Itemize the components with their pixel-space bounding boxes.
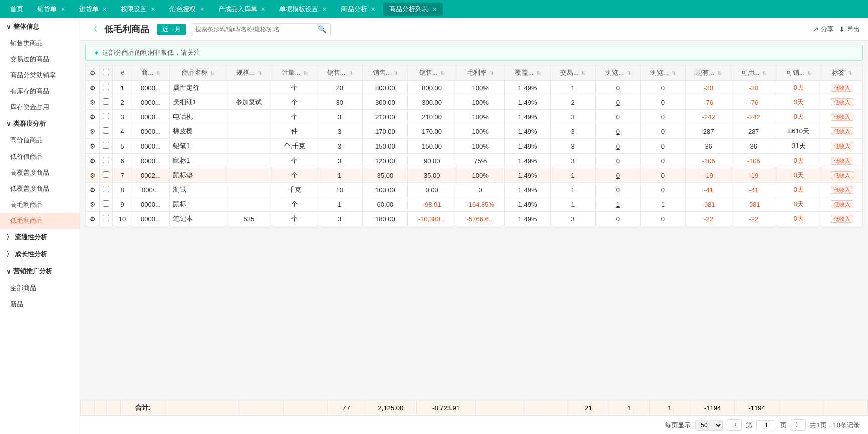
export-btn[interactable]: ⬇ 导出	[839, 25, 860, 34]
col-tag[interactable]: 标签 ⇅	[821, 65, 863, 81]
header-actions: ↗ 分享 ⬇ 导出	[813, 25, 860, 34]
sidebar-item-low-margin[interactable]: 低毛利商品	[0, 213, 80, 229]
col-gear[interactable]: ⚙	[86, 65, 100, 81]
close-product-entry-icon[interactable]: ✕	[261, 6, 265, 12]
col-stock[interactable]: 现有... ⇅	[686, 65, 731, 81]
nav-product-analysis-list[interactable]: 商品分析列表 ✕	[383, 3, 443, 16]
close-template-settings-icon[interactable]: ✕	[322, 6, 327, 12]
row-spec	[226, 154, 272, 168]
sidebar-group-growth[interactable]: 〉 成长性分析	[0, 246, 80, 263]
sidebar-item-low-value[interactable]: 低价值商品	[0, 149, 80, 165]
col-spec[interactable]: 规格... ⇅	[226, 65, 272, 81]
nav-template-settings[interactable]: 单据模板设置 ✕	[273, 3, 333, 16]
row-available: -19	[731, 168, 776, 183]
row-gear[interactable]: ⚙	[86, 139, 100, 154]
col-code[interactable]: 商... ⇅	[132, 65, 170, 81]
row-checkbox[interactable]	[100, 168, 113, 183]
close-role-auth-icon[interactable]: ✕	[200, 6, 204, 12]
nav-product-entry[interactable]: 产成品入库单 ✕	[212, 3, 272, 16]
row-checkbox[interactable]	[100, 95, 113, 110]
time-filter-btn[interactable]: 近一月	[157, 24, 186, 35]
row-trade: 1	[550, 168, 595, 183]
sidebar-item-category-rate[interactable]: 商品分类助销率	[0, 67, 80, 83]
sidebar-item-all-products[interactable]: 全部商品	[0, 280, 80, 296]
row-gear[interactable]: ⚙	[86, 154, 100, 168]
col-sales-price[interactable]: 销售... ⇅	[363, 65, 408, 81]
row-checkbox[interactable]	[100, 81, 113, 95]
sidebar-item-high-value[interactable]: 高价值商品	[0, 132, 80, 149]
row-gear[interactable]: ⚙	[86, 212, 100, 226]
col-browse2[interactable]: 浏览... ⇅	[640, 65, 685, 81]
sidebar-group-circulation[interactable]: 〉 流通性分析	[0, 229, 80, 246]
row-browse1[interactable]: 0	[595, 212, 640, 226]
col-sales-count[interactable]: 销售... ⇅	[317, 65, 363, 81]
sidebar-item-inventory-capital[interactable]: 库存资金占用	[0, 99, 80, 115]
sidebar-item-traded-products[interactable]: 交易过的商品	[0, 51, 80, 67]
col-name[interactable]: 商品名称 ⇅	[169, 65, 226, 81]
row-browse1[interactable]: 0	[595, 183, 640, 197]
row-checkbox[interactable]	[100, 197, 113, 212]
row-checkbox[interactable]	[100, 212, 113, 226]
sidebar-item-high-coverage[interactable]: 高覆盖度商品	[0, 165, 80, 181]
row-browse1[interactable]: 1	[595, 197, 640, 212]
sidebar-item-new-products[interactable]: 新品	[0, 296, 80, 312]
close-product-analysis-icon[interactable]: ✕	[371, 6, 375, 12]
row-checkbox[interactable]	[100, 110, 113, 124]
sidebar-item-high-margin[interactable]: 高毛利商品	[0, 197, 80, 213]
row-checkbox[interactable]	[100, 139, 113, 154]
sidebar-group-marketing[interactable]: ∨ 营销推广分析	[0, 263, 80, 280]
row-browse1[interactable]: 0	[595, 139, 640, 154]
prev-page-btn[interactable]: 〈	[727, 419, 742, 431]
collapse-sidebar-btn[interactable]: 《	[88, 25, 99, 34]
row-name: 铅笔1	[169, 139, 226, 154]
row-gear[interactable]: ⚙	[86, 81, 100, 95]
nav-sales-order[interactable]: 销货单 ✕	[31, 3, 71, 16]
page-input[interactable]	[756, 420, 776, 430]
row-gear[interactable]: ⚙	[86, 110, 100, 124]
nav-permissions[interactable]: 权限设置 ✕	[115, 3, 161, 16]
row-gear[interactable]: ⚙	[86, 168, 100, 183]
row-checkbox[interactable]	[100, 183, 113, 197]
row-browse1[interactable]: 0	[595, 124, 640, 139]
col-unit[interactable]: 计量... ⇅	[272, 65, 317, 81]
row-gear[interactable]: ⚙	[86, 95, 100, 110]
next-page-btn[interactable]: 〉	[791, 419, 806, 431]
nav-purchase-order[interactable]: 进货单 ✕	[73, 3, 113, 16]
share-btn[interactable]: ↗ 分享	[813, 25, 834, 34]
close-permissions-icon[interactable]: ✕	[151, 6, 155, 12]
row-gear[interactable]: ⚙	[86, 183, 100, 197]
col-gross-rate[interactable]: 毛利率 ⇅	[456, 65, 505, 81]
close-sales-order-icon[interactable]: ✕	[61, 6, 65, 12]
col-checkbox[interactable]	[100, 65, 113, 81]
nav-home[interactable]: 首页	[4, 3, 29, 16]
col-trade[interactable]: 交易... ⇅	[550, 65, 595, 81]
col-sales-profit[interactable]: 销售... ⇅	[408, 65, 456, 81]
nav-role-auth[interactable]: 角色授权 ✕	[163, 3, 210, 16]
sidebar-group-overview[interactable]: ∨ 整体信息	[0, 18, 80, 35]
row-browse1[interactable]: 0	[595, 168, 640, 183]
row-browse1[interactable]: 0	[595, 110, 640, 124]
row-gear[interactable]: ⚙	[86, 124, 100, 139]
sidebar-item-stocked-products[interactable]: 有库存的商品	[0, 83, 80, 99]
sidebar-item-sales-products[interactable]: 销售类商品	[0, 35, 80, 51]
col-saleable[interactable]: 可销... ⇅	[776, 65, 821, 81]
search-icon[interactable]: 🔍	[318, 25, 326, 33]
row-name: 鼠标1	[169, 154, 226, 168]
close-product-analysis-list-icon[interactable]: ✕	[432, 6, 437, 12]
nav-product-analysis[interactable]: 商品分析 ✕	[335, 3, 382, 16]
row-checkbox[interactable]	[100, 154, 113, 168]
row-browse1[interactable]: 0	[595, 154, 640, 168]
sidebar-item-low-coverage[interactable]: 低覆盖度商品	[0, 181, 80, 197]
col-coverage[interactable]: 覆盖... ⇅	[505, 65, 550, 81]
page-size-select[interactable]: 50 20 100	[695, 420, 723, 431]
col-available[interactable]: 可用... ⇅	[731, 65, 776, 81]
select-all-checkbox[interactable]	[103, 69, 109, 75]
close-purchase-order-icon[interactable]: ✕	[102, 6, 107, 12]
col-browse1[interactable]: 浏览... ⇅	[595, 65, 640, 81]
row-gear[interactable]: ⚙	[86, 197, 100, 212]
row-browse1[interactable]: 0	[595, 95, 640, 110]
row-checkbox[interactable]	[100, 124, 113, 139]
search-input[interactable]	[195, 26, 318, 33]
sidebar-group-cluster[interactable]: ∨ 类群度分析	[0, 115, 80, 132]
row-browse1[interactable]: 0	[595, 81, 640, 95]
